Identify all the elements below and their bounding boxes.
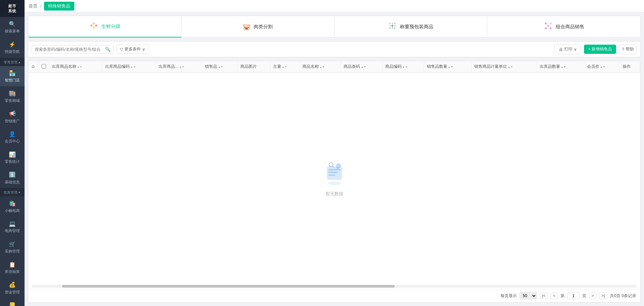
search-menu-icon: 🔍 <box>9 20 16 28</box>
svg-point-10 <box>394 28 395 29</box>
sidebar-section-wholesale[interactable]: 批发管理 ▼ <box>0 188 25 196</box>
print-button[interactable]: 🖨 打印 ∨ <box>554 44 581 54</box>
th-sale-unit: 销售商品计量单位▲▼ <box>471 61 537 73</box>
sort-out-spec-icon[interactable]: ▲▼ <box>179 66 184 68</box>
sidebar-label-smart-store: 智慧门店 <box>5 78 20 83</box>
sidebar-section-retail[interactable]: 零售管理 ▲ <box>0 58 25 66</box>
sort-out-qty-icon[interactable]: ▲▼ <box>561 66 566 68</box>
filter-button[interactable]: ▽ 更多条件 ∨ <box>116 45 149 54</box>
purchase-icon: 🛒 <box>9 241 16 248</box>
svg-point-6 <box>392 25 393 27</box>
sort-item-code-icon[interactable]: ▲▼ <box>402 66 408 68</box>
per-page-select[interactable]: 50 20 100 <box>520 292 537 300</box>
prev-page-button[interactable]: < <box>551 292 558 299</box>
sidebar-label-basic-info: 基础信息 <box>5 180 20 185</box>
breadcrumb-home[interactable]: 首页 <box>29 3 38 9</box>
sort-out-name-icon[interactable]: ▲▼ <box>77 66 83 68</box>
meat-cut-icon: 🐷 <box>242 23 251 31</box>
select-all-checkbox[interactable] <box>42 64 46 68</box>
quick-nav-icon: ⚡ <box>9 41 16 48</box>
tab-label-fresh-grade: 生鲜分级 <box>101 24 120 30</box>
add-sales-item-button[interactable]: + 新增销售品 <box>584 45 616 54</box>
tab-fresh-grade[interactable]: 生鲜分级 <box>28 16 181 37</box>
scrollbar-thumb[interactable] <box>62 285 395 288</box>
sidebar-item-marketing[interactable]: 📢 营销推广 <box>0 107 25 127</box>
breadcrumb-separator: / <box>40 4 41 9</box>
sidebar-item-general-ledger[interactable]: 📒 总账管理 <box>0 298 25 306</box>
sidebar-item-quick-nav[interactable]: ⚡ 快捷导航 <box>0 37 25 58</box>
help-button[interactable]: ? 帮助 <box>619 44 637 54</box>
svg-point-0 <box>90 25 92 27</box>
data-table-wrapper: ⚙ 出库商品名称▲▼ 出库商品编码▲▼ 出库商品...▲▼ <box>28 61 641 303</box>
search-box[interactable]: 🔍 <box>32 45 114 53</box>
sort-out-code-icon[interactable]: ▲▼ <box>130 66 136 68</box>
general-ledger-icon: 📒 <box>9 302 16 306</box>
svg-point-9 <box>389 28 391 29</box>
th-sale-qty: 销售品数量▲▼ <box>424 61 471 73</box>
first-page-button[interactable]: |< <box>540 292 548 299</box>
sidebar-item-ecom-mgmt[interactable]: 💻 电商管理 <box>0 217 25 237</box>
sidebar: 超市系统 🔍 搜索菜单 ⚡ 快捷导航 零售管理 ▲ 🏪 智慧门店 🏬 零售商城 … <box>0 0 25 306</box>
breadcrumb-active-tab[interactable]: 特殊销售品 <box>44 2 74 11</box>
sidebar-item-basic-info[interactable]: ℹ️ 基础信息 <box>0 168 25 188</box>
svg-point-21 <box>336 163 341 168</box>
sidebar-item-smart-store[interactable]: 🏪 智慧门店 <box>0 66 25 87</box>
print-icon: 🖨 <box>559 47 563 52</box>
sort-member-price-icon[interactable]: ▲▼ <box>600 66 605 68</box>
tab-combo-sales[interactable]: 组合商品销售 <box>487 16 640 37</box>
sidebar-item-member-center[interactable]: 👤 会员中心 <box>0 127 25 148</box>
svg-point-7 <box>389 23 391 24</box>
category-tabs: 生鲜分级 🐷 肉类分割 称重预包 <box>28 16 641 38</box>
th-item-name: 商品名称▲▼ <box>299 61 341 73</box>
sort-item-name-icon[interactable]: ▲▼ <box>319 66 325 68</box>
page-number-input[interactable] <box>567 292 580 299</box>
sidebar-item-inventory[interactable]: 📋 库存核算 <box>0 258 25 278</box>
tab-meat-cut[interactable]: 🐷 肉类分割 <box>181 16 334 37</box>
ecom-mgmt-icon: 💻 <box>9 220 16 228</box>
th-gear[interactable]: ⚙ <box>28 61 39 73</box>
sidebar-item-search-menu[interactable]: 🔍 搜索菜单 <box>0 17 25 37</box>
per-page-label: 每页显示 <box>500 293 517 299</box>
sidebar-item-retail-stats[interactable]: 📊 零售统计 <box>0 148 25 168</box>
th-barcode: 商品条码▲▼ <box>341 61 383 73</box>
sidebar-item-retail-mall[interactable]: 🏬 零售商城 <box>0 86 25 107</box>
sort-sale-item-icon[interactable]: ▲▼ <box>218 66 223 68</box>
tab-label-combo-sales: 组合商品销售 <box>556 24 584 30</box>
sidebar-label-search-menu: 搜索菜单 <box>5 29 20 34</box>
tab-weighed-package[interactable]: 称重预包装商品 <box>334 16 488 37</box>
th-out-code: 出库商品编码▲▼ <box>102 61 156 73</box>
sidebar-item-mini-ecom[interactable]: 🛍️ 小畅电商 <box>0 196 25 217</box>
sort-weight-icon[interactable]: ▲▼ <box>282 66 287 68</box>
sort-sale-unit-icon[interactable]: ▲▼ <box>508 66 513 68</box>
svg-point-12 <box>550 22 552 25</box>
last-page-button[interactable]: >| <box>599 292 607 299</box>
mini-ecom-icon: 🛍️ <box>9 200 16 207</box>
th-member-price: 会员价▲▼ <box>584 61 619 73</box>
search-input[interactable] <box>35 47 104 52</box>
sidebar-label-inventory: 库存核算 <box>5 269 20 274</box>
sort-sale-qty-icon[interactable]: ▲▼ <box>448 66 453 68</box>
th-item-code: 商品编码▲▼ <box>382 61 424 73</box>
horizontal-scrollbar[interactable] <box>32 285 637 288</box>
search-icon[interactable]: 🔍 <box>105 47 110 52</box>
svg-point-2 <box>95 25 97 27</box>
svg-point-3 <box>93 27 95 29</box>
fresh-grade-icon <box>89 21 99 32</box>
sidebar-logo: 超市系统 <box>0 0 25 17</box>
th-checkbox[interactable] <box>39 61 49 73</box>
next-page-button[interactable]: > <box>589 292 596 299</box>
sidebar-label-marketing: 营销推广 <box>5 119 20 124</box>
sidebar-label-mini-ecom: 小畅电商 <box>5 208 20 213</box>
table-header-row: ⚙ 出库商品名称▲▼ 出库商品编码▲▼ 出库商品...▲▼ <box>28 61 640 73</box>
pagination: 每页显示 50 20 100 |< < 第 页 > >| 共0页 0条记录 <box>28 289 640 302</box>
svg-point-1 <box>93 22 95 25</box>
finance-icon: 💰 <box>9 281 16 289</box>
sort-barcode-icon[interactable]: ▲▼ <box>361 66 366 68</box>
member-center-icon: 👤 <box>9 131 16 138</box>
filter-icon: ▽ <box>120 47 123 52</box>
sidebar-item-purchase[interactable]: 🛒 采购管理 <box>0 237 25 258</box>
sidebar-item-finance[interactable]: 💰 资金管理 <box>0 278 25 298</box>
toolbar: 🔍 ▽ 更多条件 ∨ 🖨 打印 ∨ + 新增销售品 ? 帮助 <box>28 41 641 57</box>
page-label-suffix: 页 <box>582 293 586 299</box>
smart-store-icon: 🏪 <box>9 70 16 77</box>
